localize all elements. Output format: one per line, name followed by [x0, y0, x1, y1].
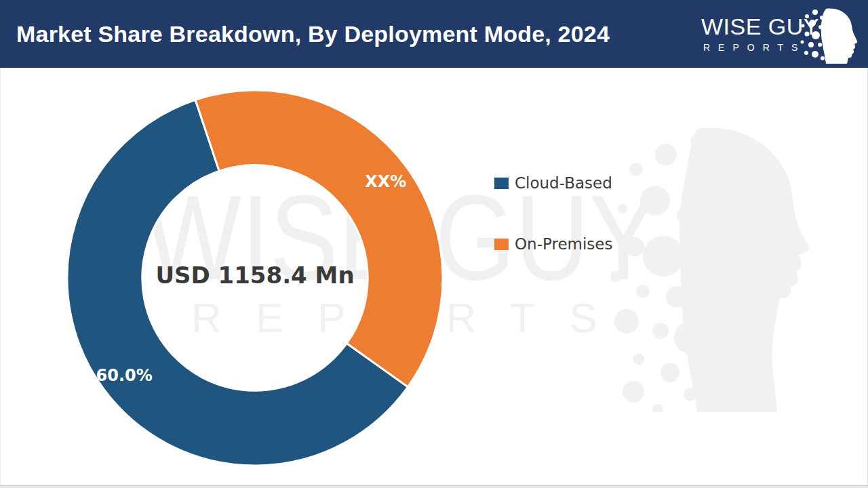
legend-swatch-cloud-based [494, 178, 509, 189]
pie-slice-on-premises[interactable] [195, 90, 443, 387]
brand-logo: WISE GUY REPORTS [690, 4, 860, 64]
slice-percent-label: XX% [365, 172, 406, 191]
legend-label: On-Premises [515, 235, 612, 253]
legend-item-cloud-based[interactable]: Cloud-Based [494, 174, 612, 192]
chart-center-value: USD 1158.4 Mn [119, 262, 391, 289]
header-banner: Market Share Breakdown, By Deployment Mo… [0, 0, 868, 68]
legend-label: Cloud-Based [515, 174, 612, 192]
logo-subtext: REPORTS [703, 42, 806, 53]
report-chart-page: WISE GUY REPORTS Market Share Breakdown,… [0, 0, 868, 488]
left-edge-line [0, 68, 1, 488]
legend-swatch-on-premises [494, 239, 509, 250]
bottom-edge-line [0, 485, 868, 488]
legend-item-on-premises[interactable]: On-Premises [494, 235, 612, 253]
watermark-face-dots-graphic [595, 114, 826, 412]
logo-face-icon [797, 5, 860, 64]
page-title: Market Share Breakdown, By Deployment Mo… [16, 0, 610, 68]
slice-percent-label: 60.0% [96, 366, 153, 385]
